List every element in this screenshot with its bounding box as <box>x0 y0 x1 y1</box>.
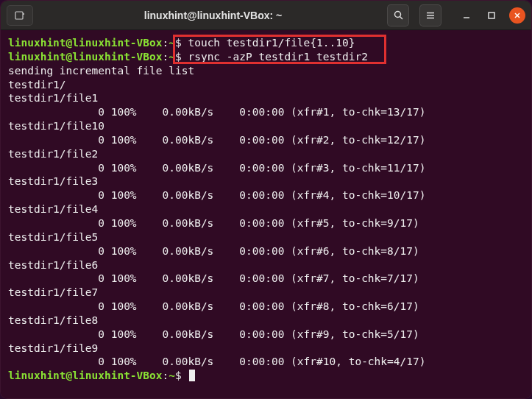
svg-line-2 <box>400 17 402 20</box>
svg-point-1 <box>394 12 400 18</box>
prompt-user: linuxhint@linuxhint-VBox <box>8 51 163 63</box>
svg-rect-7 <box>489 13 494 18</box>
output-file-stat: 0 100% 0.00kB/s 0:00:00 (xfr#7, to-chk=7… <box>8 272 524 286</box>
close-button[interactable] <box>509 7 525 24</box>
output-file-name: testdir1/file6 <box>8 258 524 272</box>
output-file-stat: 0 100% 0.00kB/s 0:00:00 (xfr#10, to-chk=… <box>8 355 524 369</box>
search-button[interactable] <box>387 4 409 27</box>
output-file-name: testdir1/file2 <box>8 147 524 161</box>
output-file-stat: 0 100% 0.00kB/s 0:00:00 (xfr#4, to-chk=1… <box>8 188 524 202</box>
titlebar: linuxhint@linuxhint-VBox: ~ <box>1 1 531 30</box>
prompt-path: ~ <box>169 37 175 49</box>
maximize-icon <box>487 11 496 20</box>
prompt-path: ~ <box>169 51 175 63</box>
output-file-stat: 0 100% 0.00kB/s 0:00:00 (xfr#9, to-chk=5… <box>8 328 524 342</box>
output-file-name: testdir1/file9 <box>8 342 524 356</box>
output-file-name: testdir1/file4 <box>8 202 524 216</box>
output-file-stat: 0 100% 0.00kB/s 0:00:00 (xfr#1, to-chk=1… <box>8 105 524 119</box>
output-file-stat: 0 100% 0.00kB/s 0:00:00 (xfr#8, to-chk=6… <box>8 300 524 314</box>
prompt-symbol: $ <box>175 51 182 63</box>
output-file-stat: 0 100% 0.00kB/s 0:00:00 (xfr#3, to-chk=1… <box>8 161 524 175</box>
output-file-stat: 0 100% 0.00kB/s 0:00:00 (xfr#5, to-chk=9… <box>8 216 524 230</box>
hamburger-icon <box>425 10 436 21</box>
prompt-symbol: $ <box>175 37 182 49</box>
command-line-2: linuxhint@linuxhint-VBox:~$ rsync -azP t… <box>8 50 524 64</box>
output-file-name: testdir1/file1 <box>8 91 524 105</box>
command-text: touch testdir1/file{1..10} <box>188 37 355 49</box>
command-line-1: linuxhint@linuxhint-VBox:~$ touch testdi… <box>8 36 524 50</box>
prompt-line: linuxhint@linuxhint-VBox:~$ <box>8 369 524 383</box>
terminal-window: linuxhint@linuxhint-VBox: ~ <box>0 0 532 399</box>
minimize-button[interactable] <box>459 8 474 23</box>
search-icon <box>393 10 404 21</box>
output-file-stat: 0 100% 0.00kB/s 0:00:00 (xfr#2, to-chk=1… <box>8 133 524 147</box>
window-title: linuxhint@linuxhint-VBox: ~ <box>45 10 381 21</box>
output-file-name: testdir1/file8 <box>8 314 524 328</box>
new-tab-button[interactable] <box>7 5 33 26</box>
output-header: sending incremental file list <box>8 64 524 78</box>
minimize-icon <box>462 11 471 20</box>
close-icon <box>514 12 521 19</box>
prompt-path: ~ <box>169 370 175 381</box>
new-tab-icon <box>14 10 26 21</box>
output-dir: testdir1/ <box>8 78 524 92</box>
output-file-name: testdir1/file7 <box>8 286 524 300</box>
output-file-name: testdir1/file5 <box>8 230 524 244</box>
output-file-stat: 0 100% 0.00kB/s 0:00:00 (xfr#6, to-chk=8… <box>8 244 524 258</box>
cursor <box>189 370 195 381</box>
svg-rect-0 <box>15 12 23 19</box>
output-file-name: testdir1/file10 <box>8 119 524 133</box>
prompt-user: linuxhint@linuxhint-VBox <box>8 37 163 49</box>
maximize-button[interactable] <box>484 8 499 23</box>
command-text: rsync -azP testdir1 testdir2 <box>188 51 367 63</box>
prompt-symbol: $ <box>175 370 182 381</box>
terminal-content[interactable]: linuxhint@linuxhint-VBox:~$ touch testdi… <box>1 30 531 398</box>
menu-button[interactable] <box>419 4 441 27</box>
prompt-user: linuxhint@linuxhint-VBox <box>8 370 163 381</box>
output-file-name: testdir1/file3 <box>8 174 524 188</box>
